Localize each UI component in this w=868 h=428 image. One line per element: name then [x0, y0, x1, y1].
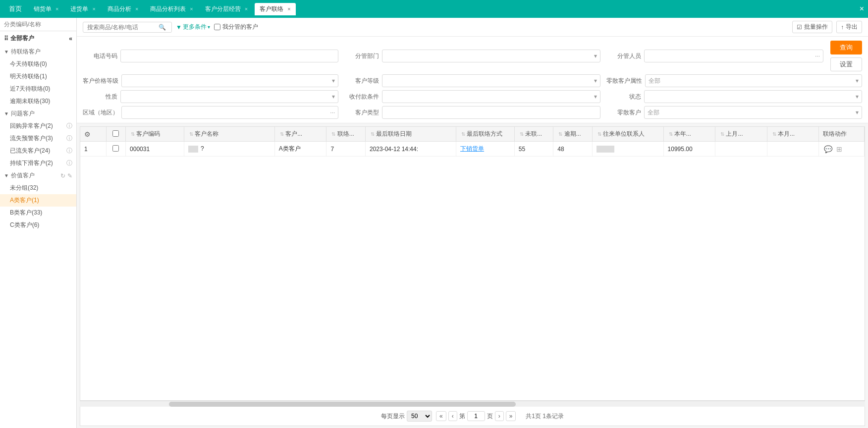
th-noc[interactable]: ⇅ 未联... [514, 127, 553, 142]
sidebar-item-unclassified[interactable]: 未分组(32) [0, 182, 76, 194]
th-contact[interactable]: ⇅ 联络... [326, 127, 365, 142]
chevron-level-icon: ▾ [594, 77, 597, 84]
cell-lastmonth [715, 142, 767, 157]
filter-row-retail: 零散客户 全部 ▾ [606, 106, 862, 119]
page-size-select[interactable]: 50 100 200 [407, 411, 432, 422]
th-name[interactable]: ⇅ 客户名称 [184, 127, 274, 142]
th-overdue[interactable]: ⇅ 逾期... [553, 127, 592, 142]
select-payment[interactable]: ▾ [382, 90, 600, 103]
section-pending-contact[interactable]: ▼ 待联络客户 [0, 46, 76, 58]
first-page-btn[interactable]: « [436, 411, 446, 421]
search-input[interactable] [87, 24, 157, 31]
search-icon[interactable]: 🔍 [159, 24, 166, 31]
cell-name: ? [184, 142, 274, 157]
filter-row-region: 区域（地区） ··· [83, 106, 338, 119]
th-lastdate[interactable]: ⇅ 最后联络日期 [365, 127, 456, 142]
filter-row-type: 客户类型 [344, 106, 600, 119]
export-btn[interactable]: ↑ 导出 [836, 21, 862, 33]
close-tab-product-list[interactable]: × [190, 6, 193, 12]
sidebar-all-customers-header[interactable]: ⠿ 全部客户 « [0, 31, 76, 46]
chevron-dept-icon: ▾ [594, 53, 597, 59]
prev-page-btn[interactable]: ‹ [448, 411, 457, 421]
next-page-btn[interactable]: › [495, 411, 504, 421]
select-retail[interactable]: 全部 ▾ [644, 106, 862, 119]
table-scroll[interactable]: ⚙ ⇅ 客户编码 ⇅ 客户名称 [80, 127, 865, 400]
tab-product-analysis-list[interactable]: 商品分析列表 × [145, 3, 198, 15]
sidebar-item-abnormal[interactable]: 回购异常客户(2) ⓘ [0, 120, 76, 132]
select-status[interactable]: ▾ [644, 90, 862, 103]
query-button[interactable]: 查询 [830, 41, 862, 54]
select-price-level[interactable]: ▾ [121, 74, 338, 87]
export-icon: ↑ [841, 24, 844, 31]
cell-lastway[interactable]: 下销货单 [456, 142, 515, 157]
select-level[interactable]: ▾ [382, 74, 600, 87]
select-region[interactable]: ··· [121, 106, 338, 119]
sidebar-item-7days[interactable]: 近7天待联络(0) [0, 83, 76, 95]
th-code[interactable]: ⇅ 客户编码 [126, 127, 184, 142]
tab-customer-tier[interactable]: 客户分层经营 × [200, 3, 253, 15]
grid-action-icon[interactable]: ⊞ [836, 145, 842, 153]
tab-sales[interactable]: 销货单 × [29, 3, 63, 15]
last-page-btn[interactable]: » [506, 411, 516, 421]
tab-product-analysis[interactable]: 商品分析 × [103, 3, 143, 15]
th-prev[interactable]: ⇅ 往来单位联系人 [592, 127, 663, 142]
select-dept[interactable]: ▾ [382, 50, 600, 62]
batch-op-btn[interactable]: ☑ 批量操作 [792, 21, 832, 33]
sidebar-item-class-a[interactable]: A类客户(1) [0, 194, 76, 207]
section-value-customers[interactable]: ▼ 价值客户 ↻ ✎ [0, 169, 76, 182]
tab-purchase[interactable]: 进货单 × [65, 3, 100, 15]
settings-button[interactable]: 设置 [830, 57, 862, 71]
nav-home[interactable]: 首页 [4, 2, 27, 15]
close-tab-purchase[interactable]: × [92, 6, 95, 12]
lastway-link[interactable]: 下销货单 [460, 145, 484, 152]
cell-checkbox[interactable] [106, 142, 125, 157]
label-price-level: 客户价格等级 [83, 77, 118, 85]
sidebar-collapse-icon[interactable]: « [69, 35, 72, 42]
sort-icon-lastmonth: ⇅ [720, 131, 724, 137]
th-lastmonth[interactable]: ⇅ 上月... [715, 127, 767, 142]
sidebar-search-input[interactable] [4, 21, 77, 28]
close-tab-sales[interactable]: × [55, 6, 58, 12]
sidebar-item-class-b[interactable]: B类客户(33) [0, 207, 76, 219]
label-level: 客户等级 [344, 77, 379, 85]
sidebar-item-tomorrow[interactable]: 明天待联络(1) [0, 70, 76, 83]
horizontal-scrollbar[interactable] [80, 401, 865, 407]
sort-icon-lastdate: ⇅ [371, 131, 375, 137]
gear-icon[interactable]: ⚙ [84, 130, 91, 138]
page-total: 共1页 1条记录 [526, 412, 564, 421]
select-retail-attr[interactable]: 全部 ▾ [645, 74, 862, 87]
sidebar-item-lost[interactable]: 已流失客户(24) ⓘ [0, 145, 76, 157]
chat-icon[interactable]: 💬 [824, 145, 832, 153]
th-thisyear[interactable]: ⇅ 本年... [663, 127, 715, 142]
th-settings[interactable]: ⚙ [80, 127, 106, 142]
th-thismonth[interactable]: ⇅ 本月... [767, 127, 819, 142]
row-checkbox[interactable] [112, 145, 119, 152]
close-tab-customer-tier[interactable]: × [245, 6, 248, 12]
select-nature[interactable]: ▾ [120, 90, 338, 103]
scrollbar-thumb[interactable] [169, 402, 516, 407]
sidebar-item-overdue[interactable]: 逾期未联络(30) [0, 95, 76, 107]
page-number-input[interactable] [467, 411, 485, 421]
section-problem-customers[interactable]: ▼ 问题客户 [0, 107, 76, 120]
sidebar-item-warning[interactable]: 流失预警客户(3) ⓘ [0, 132, 76, 145]
label-phone: 电话号码 [83, 52, 117, 60]
select-all-checkbox[interactable] [112, 130, 119, 137]
sidebar-item-declining[interactable]: 持续下滑客户(2) ⓘ [0, 157, 76, 169]
close-tab-customer-contact[interactable]: × [287, 6, 290, 12]
th-lastway[interactable]: ⇅ 最后联络方式 [456, 127, 515, 142]
input-phone[interactable] [120, 50, 338, 62]
input-type[interactable] [382, 106, 600, 119]
sidebar-item-class-c[interactable]: C类客户(6) [0, 219, 76, 231]
sidebar-item-today[interactable]: 今天待联络(0) [0, 58, 76, 70]
more-filters-btn[interactable]: ▼ 更多条件 ▾ [176, 23, 210, 31]
close-all-icon[interactable]: × [860, 4, 864, 13]
tab-customer-contact[interactable]: 客户联络 × [255, 3, 295, 15]
search-box: 🔍 [83, 22, 172, 33]
th-class[interactable]: ⇅ 客户... [274, 127, 326, 142]
th-checkbox[interactable] [106, 127, 125, 142]
select-person[interactable]: ··· [644, 50, 823, 62]
edit-icon[interactable]: ✎ [67, 172, 72, 179]
close-tab-product-analysis[interactable]: × [135, 6, 138, 12]
my-customers-checkbox[interactable] [214, 24, 220, 30]
refresh-icon[interactable]: ↻ [60, 172, 65, 179]
